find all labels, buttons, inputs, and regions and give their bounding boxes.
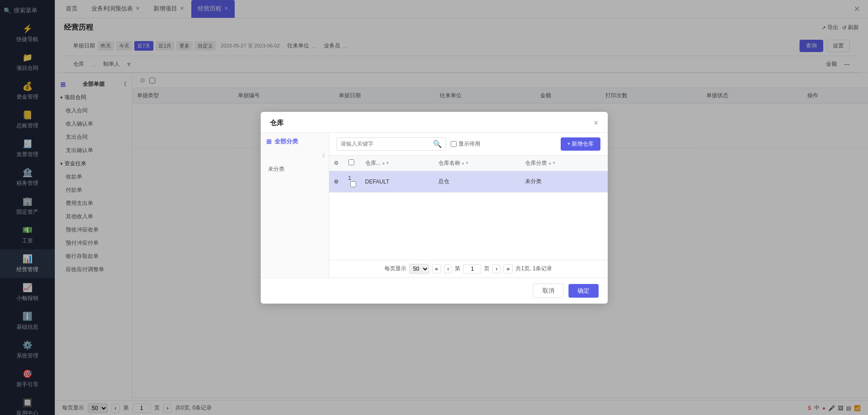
modal-page-next[interactable]: › — [492, 264, 500, 273]
modal-page-first[interactable]: « — [432, 264, 442, 273]
modal-search-box[interactable]: 🔍 — [337, 137, 446, 151]
show-disabled-checkbox[interactable] — [451, 141, 457, 147]
show-disabled-label[interactable]: 显示停用 — [451, 140, 480, 148]
search-icon-modal: 🔍 — [433, 140, 442, 148]
modal-page-total: 共1页, 1条记录 — [516, 265, 552, 273]
modal-left-header-label: 全部分类 — [274, 137, 298, 146]
modal-collapse-row: 《 — [261, 150, 329, 162]
modal-page-input[interactable] — [463, 264, 481, 273]
modal-table-row[interactable]: ⚙ 1 DEFAULT 总仓 未分类 — [329, 171, 608, 192]
col-modal-name: 仓库名称 ▲▼ — [434, 156, 521, 171]
modal-page-last[interactable]: » — [503, 264, 513, 273]
modal-header: 仓库 × — [261, 112, 608, 133]
modal-footer: 取消 确定 — [261, 278, 608, 304]
row-num: 1 — [348, 175, 352, 181]
col-modal-code: 仓库... ▲▼ — [361, 156, 434, 171]
modal-right-panel: 🔍 显示停用 + 新增仓库 ⚙ — [329, 133, 608, 278]
modal-page-label: 页 — [484, 265, 489, 273]
modal-page-label-pre: 第 — [455, 265, 460, 273]
modal-cancel-button[interactable]: 取消 — [533, 284, 564, 298]
modal-title: 仓库 — [270, 119, 284, 127]
modal-page-size-select[interactable]: 50 — [409, 264, 429, 274]
col-modal-category: 仓库分类 ▲▼ — [521, 156, 607, 171]
modal-row-select[interactable] — [350, 181, 356, 187]
modal-body: ⊞ 全部分类 《 未分类 🔍 — [261, 133, 608, 278]
modal-close-button[interactable]: × — [594, 118, 599, 128]
modal-per-page-label: 每页显示 — [384, 265, 406, 273]
modal-row-checkbox: 1 — [344, 171, 361, 192]
row-settings-icon: ⚙ — [334, 179, 339, 185]
modal-confirm-button[interactable]: 确定 — [568, 284, 599, 298]
modal-page-prev[interactable]: ‹ — [444, 264, 452, 273]
modal-row-category: 未分类 — [521, 171, 607, 192]
grid-icon-modal: ⊞ — [266, 138, 272, 145]
modal-warehouse-table: ⚙ 仓库... ▲▼ — [329, 156, 608, 193]
modal-left-unclassified[interactable]: 未分类 — [261, 162, 329, 177]
add-warehouse-button[interactable]: + 新增仓库 — [561, 137, 600, 151]
modal-collapse-icon[interactable]: 《 — [320, 152, 325, 160]
modal-left-header[interactable]: ⊞ 全部分类 — [261, 133, 329, 150]
modal-left-panel: ⊞ 全部分类 《 未分类 — [261, 133, 329, 278]
col-modal-settings[interactable]: ⚙ — [329, 156, 344, 171]
warehouse-modal: 仓库 × ⊞ 全部分类 《 未分类 — [261, 112, 608, 304]
col-modal-checkbox — [344, 156, 361, 171]
modal-overlay: 仓库 × ⊞ 全部分类 《 未分类 — [0, 0, 868, 415]
modal-row-settings[interactable]: ⚙ — [329, 171, 344, 192]
modal-row-name: 总仓 — [434, 171, 521, 192]
modal-toolbar: 🔍 显示停用 + 新增仓库 — [329, 133, 608, 156]
modal-select-all[interactable] — [348, 159, 354, 165]
modal-table-header-row: ⚙ 仓库... ▲▼ — [329, 156, 608, 171]
modal-search-input[interactable] — [341, 141, 430, 147]
modal-pagination: 每页显示 50 « ‹ 第 页 › » 共1页, 1条记录 — [329, 260, 608, 278]
modal-row-code: DEFAULT — [361, 171, 434, 192]
modal-table-wrapper: ⚙ 仓库... ▲▼ — [329, 156, 608, 260]
